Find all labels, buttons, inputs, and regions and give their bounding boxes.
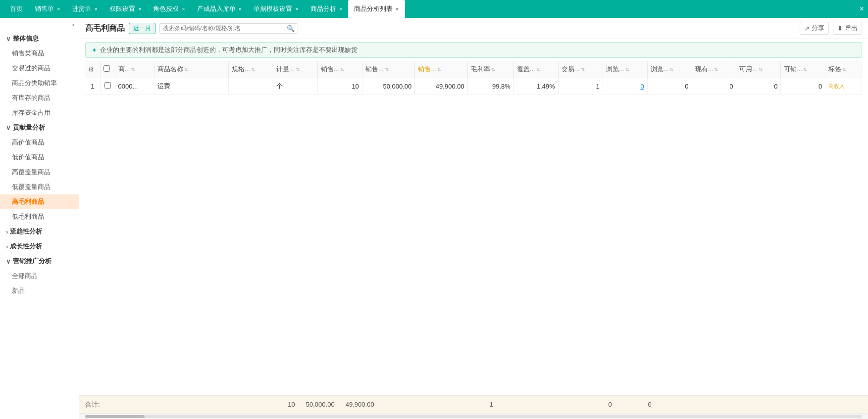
row-spec (229, 78, 273, 94)
footer-spacer3 (417, 401, 457, 408)
col-settings[interactable]: ⚙ (85, 61, 100, 78)
footer-sales3: 49,900.00 (338, 401, 377, 408)
close-icon[interactable]: × (57, 6, 60, 12)
nav-permission[interactable]: 权限设置 × (103, 0, 147, 18)
main-layout: « ∨ 整体信息 销售类商品 交易过的商品 商品分类助销率 有库存的商品 库存资… (0, 18, 868, 419)
footer-columns: 10 50,000.00 49,900.00 1 0 0 (110, 401, 655, 408)
footer-spacer (110, 401, 258, 408)
sort-icon: ⇅ (131, 67, 135, 72)
close-icon[interactable]: × (295, 6, 298, 12)
sidebar-item-high-coverage[interactable]: 高覆盖量商品 (0, 165, 79, 180)
share-button[interactable]: ↗ 分享 (800, 22, 829, 35)
nav-product-analysis-list[interactable]: 商品分析列表 × (348, 0, 405, 18)
table-header-row: ⚙ 商... ⇅ 商品名称 (85, 61, 862, 78)
nav-product-warehouse[interactable]: 产成品入库单 × (191, 0, 248, 18)
row-checkbox[interactable] (104, 82, 111, 89)
col-trade[interactable]: 交易... ⇅ (558, 61, 603, 78)
table-container: ⚙ 商... ⇅ 商品名称 (79, 61, 868, 395)
close-icon[interactable]: × (396, 6, 399, 12)
nav-template[interactable]: 单据模板设置 × (248, 0, 304, 18)
sort-icon: ⇅ (842, 67, 846, 72)
row-index: 1 (85, 78, 100, 94)
sort-icon: ⇅ (491, 67, 495, 72)
nav-role[interactable]: 角色授权 × (147, 0, 191, 18)
sidebar-item-high-value[interactable]: 高价值商品 (0, 135, 79, 150)
page-title: 高毛利商品 (85, 23, 125, 34)
col-sales1[interactable]: 销售... ⇅ (317, 61, 362, 78)
close-icon[interactable]: × (239, 6, 242, 12)
footer-sales2: 50,000.00 (298, 401, 338, 408)
col-code[interactable]: 商... ⇅ (115, 61, 154, 78)
close-icon[interactable]: × (94, 6, 97, 12)
export-icon: ⬇ (837, 25, 843, 32)
sidebar-group-contribution[interactable]: ∨ 贡献量分析 (0, 120, 79, 135)
footer-browse1 (496, 401, 536, 408)
col-unit[interactable]: 计量... ⇅ (273, 61, 317, 78)
close-icon[interactable]: × (182, 6, 185, 12)
share-icon: ↗ (804, 25, 810, 32)
search-icon[interactable]: 🔍 (287, 25, 295, 32)
col-available[interactable]: 可用... ⇅ (736, 61, 781, 78)
close-icon[interactable]: × (339, 6, 342, 12)
horizontal-scrollbar[interactable] (79, 413, 868, 419)
export-button[interactable]: ⬇ 导出 (833, 22, 862, 35)
sidebar-group-trend[interactable]: › 流趋性分析 (0, 224, 79, 239)
select-all-checkbox[interactable] (103, 65, 110, 72)
row-name: 运费 (154, 78, 228, 94)
row-sales2: 50,000.00 (362, 78, 414, 94)
row-coverage: 1.49% (513, 78, 558, 94)
col-tag[interactable]: 标签 ⇅ (825, 61, 862, 78)
sort-icon: ⇅ (251, 67, 255, 72)
sort-icon: ⇅ (340, 67, 344, 72)
col-current[interactable]: 现有... ⇅ (692, 61, 736, 78)
sidebar-item-low-margin[interactable]: 低毛利商品 (0, 209, 79, 224)
footer-browse2 (536, 401, 575, 408)
sidebar-group-marketing[interactable]: ∨ 营销推广分析 (0, 254, 79, 269)
sidebar-item-category-rate[interactable]: 商品分类助销率 (0, 76, 79, 91)
nav-home[interactable]: 首页 (4, 0, 29, 18)
col-sellable[interactable]: 可销... ⇅ (781, 61, 825, 78)
nav-sales[interactable]: 销售单 × (29, 0, 66, 18)
sort-icon: ⇅ (803, 67, 807, 72)
row-sales1: 10 (317, 78, 362, 94)
scrollbar-thumb[interactable] (85, 415, 145, 418)
search-input[interactable] (163, 25, 287, 32)
sort-icon: ⇅ (759, 67, 763, 72)
col-name[interactable]: 商品名称 ⇅ (154, 61, 228, 78)
sidebar-collapse-button[interactable]: « (0, 18, 79, 31)
sidebar-item-low-value[interactable]: 低价值商品 (0, 150, 79, 165)
sort-icon: ⇅ (714, 67, 718, 72)
tip-icon: ✦ (92, 47, 97, 54)
col-browse2[interactable]: 浏览... ⇅ (647, 61, 692, 78)
row-available: 0 (736, 78, 781, 94)
sidebar-group-growth[interactable]: › 成长性分析 (0, 239, 79, 254)
content-area: 高毛利商品 近一月 🔍 ↗ 分享 ⬇ 导出 ✦ 企业的主要的利润都是这部分商品创… (79, 18, 868, 419)
sidebar-item-stock-capital[interactable]: 库存资金占用 (0, 105, 79, 120)
close-all-tabs[interactable]: × (860, 4, 864, 13)
col-browse1[interactable]: 浏览... ⇅ (603, 61, 647, 78)
sidebar-item-low-coverage[interactable]: 低覆盖量商品 (0, 180, 79, 194)
col-sales3[interactable]: 销售... ⇅ (415, 61, 467, 78)
sort-icon: ⇅ (437, 67, 441, 72)
row-browse1[interactable]: 0 (603, 78, 647, 94)
content-header: 高毛利商品 近一月 🔍 ↗ 分享 ⬇ 导出 (79, 18, 868, 39)
col-gross-rate[interactable]: 毛利率 ⇅ (467, 61, 513, 78)
sidebar-item-new-goods[interactable]: 新品 (0, 283, 79, 298)
settings-icon[interactable]: ⚙ (88, 66, 94, 73)
sidebar-item-stock-goods[interactable]: 有库存的商品 (0, 91, 79, 105)
sidebar-item-traded-goods[interactable]: 交易过的商品 (0, 61, 79, 76)
sidebar-item-sales-goods[interactable]: 销售类商品 (0, 46, 79, 61)
scrollbar-track[interactable] (85, 415, 862, 418)
col-sales2[interactable]: 销售... ⇅ (362, 61, 414, 78)
row-tag: 高收入 (825, 78, 862, 94)
filter-recent-month[interactable]: 近一月 (129, 23, 155, 34)
sidebar-item-all-goods[interactable]: 全部商品 (0, 269, 79, 283)
sidebar-item-high-margin[interactable]: 高毛利商品 (0, 194, 79, 209)
nav-product-analysis[interactable]: 商品分析 × (305, 0, 348, 18)
nav-purchase[interactable]: 进货单 × (66, 0, 103, 18)
col-coverage[interactable]: 覆盖... ⇅ (513, 61, 558, 78)
row-browse2: 0 (647, 78, 692, 94)
close-icon[interactable]: × (138, 6, 141, 12)
col-spec[interactable]: 规格... ⇅ (229, 61, 273, 78)
sidebar-group-overall[interactable]: ∨ 整体信息 (0, 31, 79, 46)
